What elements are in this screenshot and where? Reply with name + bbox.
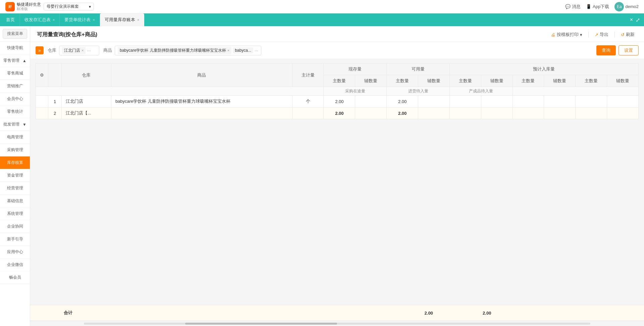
cell-pp-main-2 [513,107,544,119]
setting-btn[interactable]: 设置 [619,45,639,55]
refresh-btn[interactable]: ↺ 刷新 [618,30,637,39]
expand-icon[interactable]: ⤢ [636,17,640,23]
filter-expand-btn[interactable]: » [36,46,44,54]
th-purchase-transit-aux: 辅数量 [481,75,513,87]
cell-stock-aux [355,96,387,107]
table-area: ⚙ 仓库 商品 主计量 现存量 可用量 预计入库量 主数量 辅数量 主数量 [30,59,644,305]
cell-avail-aux-2 [418,107,450,119]
product-more[interactable]: ··· [255,48,258,53]
remove-product-tag-1[interactable]: × [227,48,229,52]
export-btn[interactable]: ↗ 导出 [592,30,611,39]
table-row: 1 江北门店 babycare学饮杯 儿童防摔防撞吸管杯重力球吸嘴杯宝宝水杯 个… [36,96,639,107]
app-download-btn[interactable]: 📱 App下载 [586,4,609,10]
sidebar-item-retail-mgmt[interactable]: 零售管理 ▲ [0,54,30,67]
cell-pt-aux [481,96,513,107]
warehouse-input[interactable]: 江北门店 × ··· [59,46,99,55]
cell-unit: 个 [292,96,324,107]
industry-selector[interactable]: 母婴行业演示账套 ▾ [44,3,94,10]
print-template-btn[interactable]: 🖨 按模板打印 ▾ [548,30,585,39]
top-bar-left: 好 畅捷通好生意 标准版 母婴行业演示账套 ▾ [5,2,94,11]
sidebar-item-purchase[interactable]: 采购管理 [0,144,30,156]
cell-warehouse: 江北门店 [62,96,111,107]
tab-home[interactable]: 首页 [1,13,20,26]
sidebar-item-members[interactable]: 会员中心 [0,93,30,105]
page-title: 可用量查询(按仓库+商品) [37,31,97,38]
sidebar-item-system[interactable]: 系统管理 [0,207,30,220]
filter-actions: 查询 设置 [596,45,639,55]
th-settings[interactable]: ⚙ [36,63,48,87]
th-planned-inbound: 预计入库量 [449,63,638,75]
scrollbar-thumb[interactable] [185,323,337,325]
th-purchase-pending-aux: 辅数量 [544,75,576,87]
scroll-bar-area [30,321,644,326]
warehouse-tag: 江北门店 × [62,47,86,54]
product-tag-2: babyca... [233,47,253,53]
tab-order-stats[interactable]: 要货单统计表 × [60,13,100,26]
top-bar: 好 畅捷通好生意 标准版 母婴行业演示账套 ▾ 💬 消息 📱 App下载 Ea … [0,0,644,13]
sidebar-item-ecommerce[interactable]: 电商管理 [0,131,30,144]
cell-pt-main-2 [449,107,481,119]
sidebar-item-operations[interactable]: 经营管理 [0,182,30,195]
sidebar-item-wholesale-mgmt[interactable]: 批发管理 ▼ [0,118,30,131]
sidebar-item-wechat[interactable]: 企业微信 [0,259,30,271]
summary-label: 合计 [60,308,123,318]
avatar: Ea [614,2,624,11]
print-icon: 🖨 [551,32,555,37]
sidebar-item-retail-mall[interactable]: 零售商城 [0,67,30,80]
sidebar-item-guide[interactable]: 新手引导 [0,233,30,246]
close-all-tabs-btn[interactable]: × [630,17,633,23]
cell-stock-main: 2.00 [324,96,355,107]
expand-filter-icon: » [38,48,41,53]
cell-prod-main-2 [576,107,607,119]
summary-available-main: 2.00 [467,308,506,318]
sidebar-item-finance[interactable]: 资金管理 [0,169,30,182]
export-icon: ↗ [595,32,598,37]
th-purchase-pending-main: 主数量 [513,75,544,87]
horizontal-scrollbar[interactable] [84,323,590,325]
th-current-stock: 现存量 [324,63,387,75]
cell-avail-main-2: 2.00 [387,107,418,119]
sidebar-item-collab[interactable]: 企业协同 [0,220,30,233]
product-input[interactable]: babycare学饮杯 儿童防摔防撞吸管杯重力球吸嘴杯宝宝水杯 × babyca… [115,46,261,55]
table-row: 2 江北门店【... 2.00 2.00 [36,107,639,119]
filter-product-group: 商品 babycare学饮杯 儿童防摔防撞吸管杯重力球吸嘴杯宝宝水杯 × bab… [103,46,261,55]
cell-warehouse-2: 江北门店【... [62,107,111,119]
message-btn[interactable]: 💬 消息 [565,4,581,10]
close-tab-receivable[interactable]: × [53,18,55,22]
user-menu[interactable]: Ea demo2 [614,2,639,11]
query-btn[interactable]: 查询 [596,45,616,55]
remove-warehouse-tag[interactable]: × [82,48,84,52]
summary-table: 合计 2.00 2.00 [34,308,640,318]
warehouse-more[interactable]: ··· [87,48,91,53]
logo-icon: 好 [5,2,15,11]
nav-tab-actions: × ⤢ [627,13,643,26]
sidebar-item-retail-stats[interactable]: 零售统计 [0,105,30,118]
cell-stock-aux-2 [355,107,387,119]
close-tab-order[interactable]: × [93,18,95,22]
arrow-icon-wholesale: ▼ [22,122,26,127]
sidebar-item-app-center[interactable]: 应用中心 [0,246,30,259]
tab-receivable-summary[interactable]: 收发存汇总表 × [20,13,60,26]
data-table: ⚙ 仓库 商品 主计量 现存量 可用量 预计入库量 主数量 辅数量 主数量 [36,63,639,119]
settings-icon: ⚙ [40,73,44,78]
sidebar-item-member[interactable]: 畅会员 [0,271,30,284]
refresh-icon: ↺ [621,32,625,37]
logo-text: 畅捷通好生意 标准版 [17,2,41,11]
cell-prod-aux-2 [607,107,639,119]
product-label: 商品 [103,47,112,53]
page-actions: 🖨 按模板打印 ▾ ↗ 导出 ↺ 刷新 [548,30,637,39]
sidebar-item-inventory[interactable]: 库存核算 [0,156,30,169]
cell-pp-aux-2 [544,107,576,119]
cell-pt-main [449,96,481,107]
close-tab-stock[interactable]: × [137,18,139,22]
logo-area: 好 畅捷通好生意 标准版 [5,2,41,11]
tab-available-stock[interactable]: 可用量库存账本 × [100,13,144,26]
sidebar-item-marketing[interactable]: 营销推广 [0,80,30,93]
sidebar-item-quick-nav[interactable]: 快捷导航 [0,42,30,54]
warehouse-label: 仓库 [48,47,56,53]
cell-product: babycare学饮杯 儿童防摔防撞吸管杯重力球吸嘴杯宝宝水杯 [111,96,292,107]
sidebar-item-basic-info[interactable]: 基础信息 [0,195,30,207]
th-index [48,63,62,87]
search-menu-btn[interactable]: 搜索菜单 [3,29,27,39]
product-tag-1: babycare学饮杯 儿童防摔防撞吸管杯重力球吸嘴杯宝宝水杯 × [118,47,231,54]
